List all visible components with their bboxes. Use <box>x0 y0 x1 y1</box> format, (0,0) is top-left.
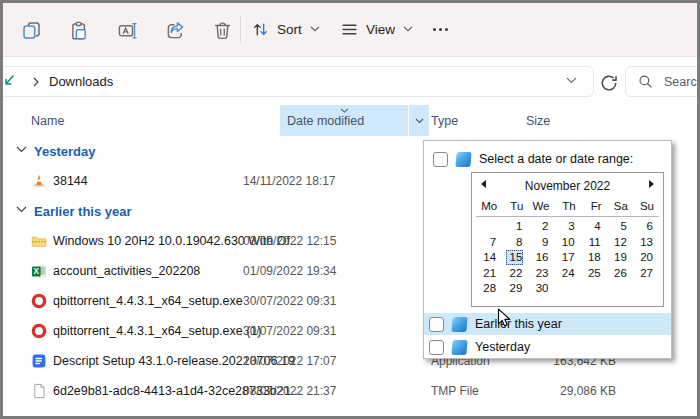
select-date-range-option[interactable]: Select a date or date range: <box>433 149 667 169</box>
share-icon <box>166 21 185 40</box>
calendar-day-name: Mo <box>476 198 502 214</box>
calendar-day[interactable]: 5 <box>611 219 628 234</box>
calendar: November 2022 MoTuWeThFrSaSu 12345678910… <box>471 172 664 307</box>
zip-folder-icon <box>31 233 47 249</box>
column-headers: Name Date modified Type Size <box>3 105 697 136</box>
filter-option-earlier-this-year[interactable]: Earlier this year <box>424 313 671 335</box>
checkbox[interactable] <box>429 317 444 332</box>
column-header-type[interactable]: Type <box>431 105 458 136</box>
chevron-down-icon[interactable] <box>16 146 27 153</box>
calendar-day[interactable]: 6 <box>637 219 654 234</box>
delete-button[interactable] <box>209 17 235 43</box>
sort-icon <box>252 21 269 38</box>
calendar-day[interactable]: 17 <box>559 250 576 265</box>
calendar-day[interactable]: 10 <box>559 235 576 250</box>
toolbar-divider <box>240 16 241 43</box>
calendar-day[interactable]: 30 <box>532 281 549 296</box>
calendar-day[interactable]: 29 <box>506 281 523 296</box>
calendar-day[interactable]: 25 <box>585 266 602 281</box>
file-type: TMP File <box>431 384 479 398</box>
calendar-day[interactable]: 19 <box>611 250 628 265</box>
file-date: 14/11/2022 18:17 <box>243 174 336 188</box>
select-date-range-label: Select a date or date range: <box>479 152 633 166</box>
calendar-day-name: Th <box>554 198 580 214</box>
calendar-prev-month-icon[interactable] <box>481 180 486 188</box>
file-name: account_activities_202208 <box>53 264 200 278</box>
date-range-icon <box>451 317 467 332</box>
excel-file-icon: X <box>31 263 47 279</box>
calendar-day[interactable]: 9 <box>532 235 549 250</box>
copy-button[interactable] <box>18 17 44 43</box>
calendar-day[interactable]: 28 <box>480 281 497 296</box>
toolbar: Sort View <box>3 3 697 57</box>
address-bar[interactable]: Downloads <box>0 66 594 97</box>
refresh-button[interactable] <box>599 73 619 93</box>
calendar-day[interactable]: 22 <box>506 266 523 281</box>
calendar-day-names: MoTuWeThFrSaSu <box>476 198 659 217</box>
chevron-down-icon <box>415 118 424 124</box>
calendar-month-label[interactable]: November 2022 <box>525 179 610 193</box>
calendar-day[interactable]: 26 <box>611 266 628 281</box>
calendar-day[interactable]: 4 <box>585 219 602 234</box>
calendar-day[interactable]: 2 <box>532 219 549 234</box>
share-button[interactable] <box>162 17 188 43</box>
calendar-day[interactable]: 1 <box>506 219 523 234</box>
sort-button[interactable]: Sort <box>252 14 320 44</box>
paste-button[interactable] <box>66 17 92 43</box>
calendar-day[interactable]: 27 <box>637 266 654 281</box>
chevron-down-icon[interactable] <box>16 206 27 213</box>
group-label: Earlier this year <box>34 204 132 219</box>
date-range-icon <box>451 340 467 355</box>
descript-icon <box>31 353 47 369</box>
file-row[interactable]: 6d2e9b81-adc8-4413-a1d4-32ce28733b21... … <box>3 376 697 406</box>
calendar-day[interactable]: 7 <box>480 235 497 250</box>
view-button[interactable]: View <box>341 14 413 44</box>
rename-button[interactable] <box>114 17 140 43</box>
rename-icon <box>118 21 137 40</box>
calendar-day[interactable]: 13 <box>637 235 654 250</box>
calendar-day-name: Sa <box>607 198 633 214</box>
calendar-next-month-icon[interactable] <box>649 180 654 188</box>
search-input[interactable]: Search Downloads <box>625 66 700 97</box>
calendar-day[interactable]: 24 <box>559 266 576 281</box>
calendar-day-selected[interactable]: 15 <box>506 250 523 265</box>
downloads-folder-icon <box>4 75 15 89</box>
calendar-day[interactable]: 16 <box>532 250 549 265</box>
address-bar-row: Downloads Search Downloads <box>3 57 697 106</box>
tmp-file-icon <box>31 383 47 399</box>
calendar-header: November 2022 <box>472 173 663 198</box>
calendar-day[interactable]: 20 <box>637 250 654 265</box>
svg-text:X: X <box>34 267 40 276</box>
calendar-day-name: Su <box>633 198 659 214</box>
file-size: 29,086 KB <box>503 384 616 398</box>
calendar-day[interactable]: 21 <box>480 266 497 281</box>
filter-option-label: Yesterday <box>475 340 530 354</box>
calendar-day[interactable]: 3 <box>559 219 576 234</box>
file-date: 01/09/2022 19:34 <box>243 264 336 278</box>
calendar-day[interactable]: 8 <box>506 235 523 250</box>
qbittorrent-icon <box>31 293 47 309</box>
calendar-day[interactable]: 18 <box>585 250 602 265</box>
breadcrumb[interactable]: Downloads <box>49 74 113 89</box>
date-filter-dropdown-button[interactable] <box>409 105 429 136</box>
view-icon <box>341 21 358 38</box>
search-icon <box>638 74 653 89</box>
column-header-size[interactable]: Size <box>526 105 550 136</box>
filter-option-yesterday[interactable]: Yesterday <box>424 336 671 358</box>
filter-option-label: Earlier this year <box>475 317 562 331</box>
file-date: 30/07/2022 09:31 <box>243 294 336 308</box>
calendar-day[interactable]: 14 <box>480 250 497 265</box>
more-options-button[interactable] <box>427 16 453 42</box>
sort-label: Sort <box>277 22 302 37</box>
calendar-day[interactable]: 11 <box>585 235 602 250</box>
column-header-name[interactable]: Name <box>31 105 64 136</box>
calendar-day[interactable]: 12 <box>611 235 628 250</box>
calendar-day[interactable]: 23 <box>532 266 549 281</box>
checkbox[interactable] <box>433 152 448 167</box>
qbittorrent-icon <box>31 323 47 339</box>
checkbox[interactable] <box>429 340 444 355</box>
mouse-cursor <box>497 308 512 329</box>
search-placeholder: Search Downloads <box>664 75 700 89</box>
vlc-file-icon <box>31 173 47 189</box>
address-dropdown-chevron-icon[interactable] <box>566 77 577 84</box>
